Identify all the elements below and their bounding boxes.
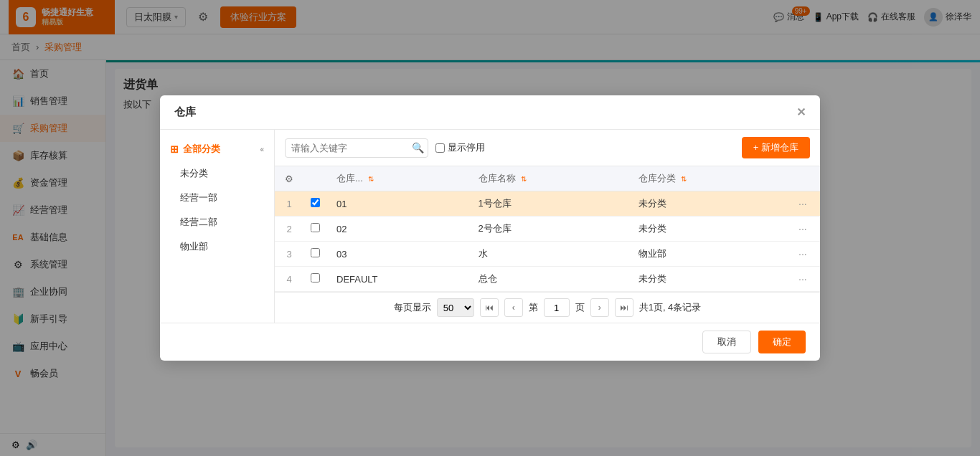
row-checkbox-cell[interactable] <box>303 242 329 267</box>
row-more[interactable]: ··· <box>791 267 820 292</box>
row-number: 3 <box>275 242 303 267</box>
row-number: 1 <box>275 191 303 217</box>
overlay: 仓库 ✕ ⊞ 全部分类 « 未分类 经营一部 经营二部 物业部 <box>0 0 980 456</box>
page-label: 第 <box>529 301 538 314</box>
row-category: 未分类 <box>631 217 791 242</box>
total-info: 共1页, 4条记录 <box>639 301 702 314</box>
row-category: 未分类 <box>631 191 791 217</box>
last-page-button[interactable]: ⏭ <box>615 298 633 317</box>
col-code-label: 仓库... <box>336 173 363 184</box>
col-gear: ⚙ <box>275 166 303 191</box>
row-category: 物业部 <box>631 242 791 267</box>
pagination: 每页显示 50 10 20 100 ⏮ ‹ 第 页 › ⏭ 共1页, 4条记录 <box>275 292 820 323</box>
row-checkbox-cell[interactable] <box>303 217 329 242</box>
show-disabled-checkbox[interactable] <box>435 143 445 153</box>
row-checkbox-cell[interactable] <box>303 191 329 217</box>
category-item-ops1[interactable]: 经营一部 <box>160 186 274 210</box>
more-icon[interactable]: ··· <box>798 248 807 260</box>
table-row[interactable]: 1 01 1号仓库 未分类 ··· <box>275 191 820 217</box>
cancel-button[interactable]: 取消 <box>702 331 751 353</box>
row-checkbox[interactable] <box>311 273 320 282</box>
grid-icon: ⊞ <box>170 143 179 155</box>
row-code: DEFAULT <box>329 267 471 292</box>
row-checkbox[interactable] <box>311 248 320 257</box>
row-more[interactable]: ··· <box>791 191 820 217</box>
page-size-select[interactable]: 50 10 20 100 <box>437 298 474 317</box>
category-item-unclassified[interactable]: 未分类 <box>160 161 274 186</box>
row-code: 01 <box>329 191 471 217</box>
table-row[interactable]: 4 DEFAULT 总仓 未分类 ··· <box>275 267 820 292</box>
row-category: 未分类 <box>631 267 791 292</box>
page-size-label: 每页显示 <box>394 301 431 314</box>
row-name: 总仓 <box>471 267 631 292</box>
table-row[interactable]: 3 03 水 物业部 ··· <box>275 242 820 267</box>
all-category-header[interactable]: ⊞ 全部分类 « <box>160 137 274 161</box>
row-checkbox[interactable] <box>311 198 320 207</box>
row-more[interactable]: ··· <box>791 217 820 242</box>
row-more[interactable]: ··· <box>791 242 820 267</box>
col-code: 仓库... ⇅ <box>329 166 471 191</box>
prev-page-button[interactable]: ‹ <box>504 298 523 317</box>
col-actions <box>791 166 820 191</box>
col-name: 仓库名称 ⇅ <box>471 166 631 191</box>
confirm-button[interactable]: 确定 <box>758 331 806 353</box>
sort-category-icon[interactable]: ⇅ <box>681 175 687 183</box>
all-category-label: 全部分类 <box>183 143 220 156</box>
col-category: 仓库分类 ⇅ <box>631 166 791 191</box>
row-code: 03 <box>329 242 471 267</box>
warehouse-table: ⚙ 仓库... ⇅ 仓库名称 ⇅ <box>275 166 820 292</box>
warehouse-dialog: 仓库 ✕ ⊞ 全部分类 « 未分类 经营一部 经营二部 物业部 <box>160 95 820 361</box>
category-item-ops2[interactable]: 经营二部 <box>160 210 274 234</box>
search-input[interactable] <box>285 138 428 158</box>
sort-code-icon[interactable]: ⇅ <box>368 175 374 183</box>
row-name: 2号仓库 <box>471 217 631 242</box>
dialog-body: ⊞ 全部分类 « 未分类 经营一部 经营二部 物业部 🔍 <box>160 130 820 323</box>
more-icon[interactable]: ··· <box>798 223 807 234</box>
search-icon[interactable]: 🔍 <box>412 142 424 153</box>
warehouse-table-wrap: ⚙ 仓库... ⇅ 仓库名称 ⇅ <box>275 166 820 292</box>
col-checkbox <box>303 166 329 191</box>
dialog-header: 仓库 ✕ <box>160 95 820 130</box>
page-suffix: 页 <box>575 301 585 314</box>
dialog-footer: 取消 确定 <box>160 323 820 361</box>
row-name: 水 <box>471 242 631 267</box>
search-bar: 🔍 显示停用 + 新增仓库 <box>275 130 820 166</box>
search-input-wrap: 🔍 <box>285 138 428 158</box>
next-page-button[interactable]: › <box>590 298 609 317</box>
more-icon[interactable]: ··· <box>798 273 807 285</box>
first-page-button[interactable]: ⏮ <box>480 298 499 317</box>
category-item-property[interactable]: 物业部 <box>160 234 274 259</box>
collapse-arrow-icon[interactable]: « <box>260 146 264 153</box>
col-name-label: 仓库名称 <box>479 173 516 184</box>
page-number-input[interactable] <box>544 298 570 317</box>
row-number: 2 <box>275 217 303 242</box>
col-category-label: 仓库分类 <box>639 173 676 184</box>
show-disabled-label: 显示停用 <box>435 141 485 154</box>
add-warehouse-button[interactable]: + 新增仓库 <box>742 137 810 158</box>
table-panel: 🔍 显示停用 + 新增仓库 ⚙ <box>275 130 820 323</box>
row-number: 4 <box>275 267 303 292</box>
table-row[interactable]: 2 02 2号仓库 未分类 ··· <box>275 217 820 242</box>
row-checkbox-cell[interactable] <box>303 267 329 292</box>
show-disabled-text: 显示停用 <box>448 141 485 154</box>
row-checkbox[interactable] <box>311 223 320 232</box>
dialog-title: 仓库 <box>174 105 196 119</box>
sort-name-icon[interactable]: ⇅ <box>521 175 527 183</box>
row-name: 1号仓库 <box>471 191 631 217</box>
dialog-close-button[interactable]: ✕ <box>796 105 806 119</box>
row-code: 02 <box>329 217 471 242</box>
more-icon[interactable]: ··· <box>798 198 807 209</box>
category-panel: ⊞ 全部分类 « 未分类 经营一部 经营二部 物业部 <box>160 130 275 323</box>
table-header-row: ⚙ 仓库... ⇅ 仓库名称 ⇅ <box>275 166 820 191</box>
